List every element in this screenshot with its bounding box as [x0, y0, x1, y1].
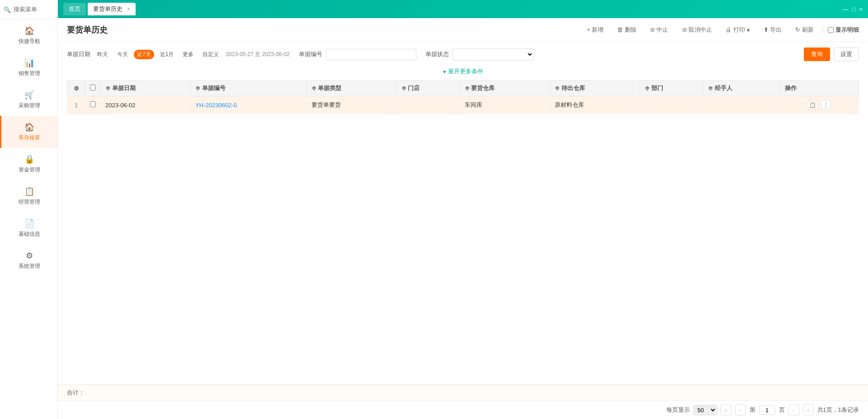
- expand-label: 展开更多条件: [448, 67, 483, 76]
- sidebar-item-label: 库存核算: [19, 134, 40, 142]
- date-btn-custom[interactable]: 自定义: [199, 50, 222, 59]
- th-doc-type[interactable]: ≑ 单据类型: [307, 81, 396, 96]
- sidebar-item-purchase[interactable]: 🛒 采购管理: [0, 84, 57, 116]
- prev-page-button[interactable]: ‹: [735, 405, 746, 415]
- date-btn-7days[interactable]: 近7天: [134, 50, 154, 59]
- cart-icon: 🛒: [24, 90, 34, 100]
- row-view-button[interactable]: 📋: [808, 100, 818, 110]
- gear-icon: ⚙: [26, 251, 33, 261]
- expand-filter-button[interactable]: ▾ 展开更多条件: [443, 67, 483, 76]
- sidebar-item-sales[interactable]: 📊 销售管理: [0, 52, 57, 84]
- tab-home[interactable]: 首页: [63, 3, 86, 15]
- toolbar-divider: [823, 26, 823, 33]
- print-chevron-icon: ▾: [747, 27, 750, 33]
- cell-doc-date: 2023-06-02: [101, 96, 191, 114]
- stop-button[interactable]: ⊘ 中止: [646, 24, 673, 36]
- next-page-button[interactable]: ›: [788, 405, 799, 415]
- total-info: 共1页，1条记录: [817, 406, 859, 414]
- per-page-select[interactable]: 20 50 100: [693, 405, 717, 415]
- select-all-checkbox[interactable]: [90, 85, 96, 90]
- th-handler[interactable]: ≑ 经手人: [703, 81, 780, 96]
- sidebar-item-operations[interactable]: 📋 经营管理: [0, 180, 57, 212]
- th-checkbox[interactable]: [85, 81, 101, 96]
- window-close-button[interactable]: ×: [859, 6, 863, 13]
- status-label: 单据状态: [425, 50, 449, 58]
- table-footer: 合计：: [58, 385, 868, 400]
- filter-actions: 查询 设置: [804, 48, 859, 61]
- show-detail-checkbox[interactable]: [828, 27, 834, 33]
- sidebar-item-finance[interactable]: 🔒 资金管理: [0, 148, 57, 180]
- sidebar-item-label: 销售管理: [19, 70, 40, 77]
- clipboard-icon: 📋: [24, 186, 34, 196]
- tab-requisition-label: 要货单历史: [93, 5, 123, 13]
- chevron-down-icon: ▾: [443, 68, 446, 75]
- th-ops: 操作: [780, 81, 859, 96]
- status-select[interactable]: [453, 48, 534, 61]
- th-pending-warehouse[interactable]: ≑ 待出仓库: [550, 81, 640, 96]
- sidebar-item-label: 经营管理: [19, 198, 40, 206]
- last-page-button[interactable]: »: [803, 405, 814, 415]
- doc-number-input[interactable]: [326, 49, 416, 60]
- sidebar-item-basic[interactable]: 📄 基础信息: [0, 212, 57, 244]
- table-row: 1 2023-06-02 YH-20230602-0 要货单要货 车间库 原材料…: [67, 96, 859, 114]
- th-settings[interactable]: ⚙: [67, 81, 85, 96]
- th-doc-date[interactable]: ≑ 单据日期: [101, 81, 191, 96]
- sidebar-item-inventory[interactable]: 🏠 库存核算: [0, 116, 57, 148]
- per-page-label: 每页显示: [666, 406, 690, 414]
- th-doc-number[interactable]: ≑ 单据编号: [191, 81, 307, 96]
- data-table: ⚙ ≑ 单据日期 ≑ 单据编号 ≑ 单据类型 ≑ 门店 ≑ 要货仓库 ≑ 待出仓…: [67, 80, 859, 114]
- first-page-button[interactable]: «: [721, 405, 731, 415]
- sidebar-search-label: 搜索菜单: [14, 5, 37, 14]
- tab-requisition-history[interactable]: 要货单历史 ×: [88, 3, 136, 15]
- filter-date-group: 单据日期 昨天 今天 近7天 近1月 更多 自定义 2023-05-27 至 2…: [67, 50, 290, 59]
- print-label: 🖨 打印: [726, 26, 745, 34]
- filter-row-1: 单据日期 昨天 今天 近7天 近1月 更多 自定义 2023-05-27 至 2…: [67, 48, 859, 61]
- table-wrapper: ⚙ ≑ 单据日期 ≑ 单据编号 ≑ 单据类型 ≑ 门店 ≑ 要货仓库 ≑ 待出仓…: [58, 80, 868, 385]
- doc-number-link[interactable]: YH-20230602-0: [195, 102, 237, 109]
- date-btn-more[interactable]: 更多: [179, 50, 197, 59]
- window-maximize-button[interactable]: □: [852, 6, 856, 13]
- cell-doc-number[interactable]: YH-20230602-0: [191, 96, 307, 114]
- content: 要货单历史 + 新增 🗑 删除 ⊘ 中止 ⊘ 取消中止 🖨 打印 ▾ ⬆ 导出 …: [58, 18, 868, 419]
- home-icon: 🏠: [24, 26, 34, 36]
- row-checkbox[interactable]: [90, 101, 96, 107]
- date-btn-1month[interactable]: 近1月: [157, 50, 177, 59]
- date-btn-yesterday[interactable]: 昨天: [94, 50, 111, 59]
- chart-icon: 📊: [24, 58, 34, 68]
- sidebar: 🔍 搜索菜单 🏠 快捷导航 📊 销售管理 🛒 采购管理 🏠 库存核算 🔒 资金管…: [0, 0, 58, 419]
- tab-close-icon[interactable]: ×: [127, 6, 130, 12]
- show-detail-toggle[interactable]: 显示明细: [828, 26, 859, 34]
- topbar: 首页 要货单历史 × — □ ×: [58, 0, 868, 18]
- page-prefix: 第: [750, 406, 755, 414]
- delete-button[interactable]: 🗑 删除: [613, 24, 641, 36]
- footer-total-label: 合计：: [67, 389, 85, 396]
- cell-req-warehouse: 车间库: [460, 96, 550, 114]
- sidebar-item-system[interactable]: ⚙ 系统管理: [0, 244, 57, 276]
- window-minimize-button[interactable]: —: [843, 6, 849, 13]
- print-button[interactable]: 🖨 打印 ▾: [721, 24, 755, 36]
- th-department[interactable]: ≑ 部门: [640, 81, 703, 96]
- th-req-warehouse[interactable]: ≑ 要货仓库: [460, 81, 550, 96]
- date-btn-today[interactable]: 今天: [114, 50, 131, 59]
- row-more-button[interactable]: ⋮: [821, 100, 831, 110]
- date-filter-label: 单据日期: [67, 50, 90, 58]
- refresh-button[interactable]: ↻ 刷新: [791, 24, 818, 36]
- new-button[interactable]: + 新增: [582, 24, 608, 36]
- page-header: 要货单历史 + 新增 🗑 删除 ⊘ 中止 ⊘ 取消中止 🖨 打印 ▾ ⬆ 导出 …: [58, 18, 868, 42]
- sidebar-search[interactable]: 🔍 搜索菜单: [0, 0, 57, 19]
- cell-checkbox[interactable]: [85, 96, 101, 114]
- filter-dates: 昨天 今天 近7天 近1月 更多 自定义: [94, 50, 222, 59]
- filter-status-group: 单据状态: [425, 48, 534, 61]
- document-icon: 📄: [24, 219, 34, 229]
- page-number-input[interactable]: [759, 405, 775, 415]
- cancel-stop-button[interactable]: ⊘ 取消中止: [678, 24, 717, 36]
- toolbar: + 新增 🗑 删除 ⊘ 中止 ⊘ 取消中止 🖨 打印 ▾ ⬆ 导出 ↻ 刷新 显…: [582, 24, 859, 36]
- cell-department: [640, 96, 703, 114]
- tab-home-label: 首页: [69, 5, 80, 13]
- sidebar-item-quick-nav[interactable]: 🏠 快捷导航: [0, 19, 57, 52]
- main: 首页 要货单历史 × — □ × 要货单历史 + 新增 🗑 删除 ⊘ 中止 ⊘ …: [58, 0, 868, 419]
- query-button[interactable]: 查询: [804, 48, 830, 61]
- export-button[interactable]: ⬆ 导出: [759, 24, 787, 36]
- th-store[interactable]: ≑ 门店: [396, 81, 460, 96]
- settings-button[interactable]: 设置: [834, 48, 859, 61]
